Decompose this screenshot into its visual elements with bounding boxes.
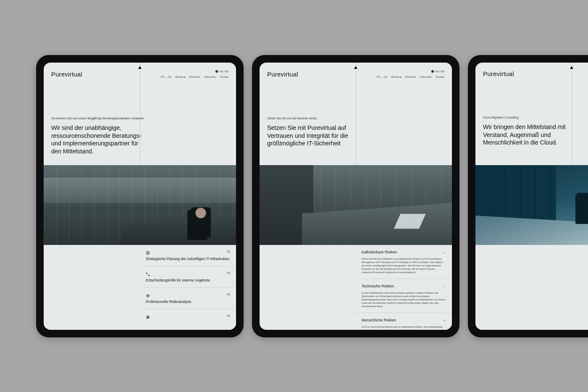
hero-image-office bbox=[44, 165, 236, 245]
accordion-body: Auch im menschlichen Bereich gibt es kal… bbox=[362, 326, 446, 330]
globe-icon bbox=[431, 70, 434, 73]
accordion-body: Purevirtual hilft dem Mittelstand, gut k… bbox=[362, 258, 446, 274]
nav-item-beratung[interactable]: Beratung bbox=[176, 76, 186, 78]
feature-number: 01 bbox=[227, 250, 230, 253]
expand-icon bbox=[146, 271, 150, 275]
content-area-empty bbox=[475, 245, 588, 330]
accordion-title: Kalkulierbare Risiken bbox=[362, 250, 397, 254]
hero-headline: Setzen Sie mit Purevirtual auf Vertrauen… bbox=[267, 124, 360, 147]
feature-label: Professionelle Risikoanalyse. bbox=[146, 300, 230, 304]
nav-item-kontakt[interactable]: Kontakt bbox=[220, 76, 228, 78]
hero-block: Cloud Migration Consulting Wir bringen d… bbox=[475, 116, 588, 147]
accordion-item-technisch[interactable]: Technische Risiken ⌄ Zu den kalkulierbar… bbox=[356, 279, 452, 313]
nav-item-branchen[interactable]: Branchen bbox=[405, 76, 416, 78]
hero-headline: Wir sind der unabhängige, ressourcenscho… bbox=[51, 124, 144, 155]
feature-number: 03 bbox=[227, 293, 230, 296]
hero-image-desk bbox=[260, 165, 452, 245]
brand-logo[interactable]: Purevirtual bbox=[267, 71, 298, 78]
tablet-screen-2: Purevirtual DE / EN PV — AG Beratung Bra… bbox=[260, 63, 452, 330]
language-switch[interactable]: DE / EN bbox=[215, 70, 228, 73]
feature-list: 01 Strategische Planung der zukünftigen … bbox=[140, 245, 236, 330]
chevron-down-icon: ⌄ bbox=[443, 318, 446, 322]
feature-row[interactable]: 04 bbox=[140, 309, 236, 326]
stack-icon bbox=[146, 313, 150, 318]
feature-number: 02 bbox=[227, 271, 230, 274]
feature-row[interactable]: 03 Professionelle Risikoanalyse. bbox=[140, 287, 236, 309]
chevron-down-icon: ⌄ bbox=[443, 284, 446, 288]
tablet-screen-3: Purevirtual Cloud Migration Consulting W… bbox=[475, 63, 588, 330]
accordion-item-kalkulierbar[interactable]: Kalkulierbare Risiken ⌄ Purevirtual hilf… bbox=[356, 245, 452, 279]
feature-row[interactable]: 01 Strategische Planung der zukünftigen … bbox=[140, 245, 236, 266]
nav-item-fallstudien[interactable]: Fallstudien bbox=[420, 76, 432, 78]
server-cart-illustration bbox=[575, 195, 588, 224]
hero-image-datacenter bbox=[475, 165, 588, 245]
language-label: DE / EN bbox=[219, 70, 228, 73]
nav-item-kontakt[interactable]: Kontakt bbox=[436, 76, 444, 78]
accordion-item-menschlich[interactable]: Menschliche Risiken ⌄ Auch im menschlich… bbox=[356, 313, 452, 330]
hero-eyebrow: Cloud Migration Consulting bbox=[483, 116, 588, 119]
tablet-frame-3: Purevirtual Cloud Migration Consulting W… bbox=[468, 55, 588, 337]
eye-icon bbox=[146, 292, 150, 296]
nav-item-fallstudien[interactable]: Fallstudien bbox=[204, 76, 216, 78]
compass-icon bbox=[146, 249, 150, 253]
risk-accordion: Kalkulierbare Risiken ⌄ Purevirtual hilf… bbox=[356, 245, 452, 330]
person-illustration bbox=[191, 207, 211, 237]
svg-point-1 bbox=[147, 295, 148, 296]
feature-row[interactable]: 02 Entscheidungshilfe für externe Angebo… bbox=[140, 266, 236, 287]
accordion-title: Menschliche Risiken bbox=[362, 318, 396, 322]
mockup-stage: Purevirtual DE / EN PV — AG Beratung Bra… bbox=[0, 0, 588, 392]
feature-label: Entscheidungshilfe für externe Angebote. bbox=[146, 278, 230, 282]
nav-item-branchen[interactable]: Branchen bbox=[189, 76, 200, 78]
globe-icon bbox=[215, 70, 218, 73]
language-label: DE / EN bbox=[435, 70, 444, 73]
feature-number: 04 bbox=[227, 314, 230, 317]
tablet-screen-1: Purevirtual DE / EN PV — AG Beratung Bra… bbox=[44, 63, 236, 330]
primary-nav: PV — AG Beratung Branchen Fallstudien Ko… bbox=[161, 76, 228, 78]
brand-logo[interactable]: Purevirtual bbox=[483, 70, 514, 77]
tablet-frame-1: Purevirtual DE / EN PV — AG Beratung Bra… bbox=[36, 55, 244, 337]
feature-label: Strategische Planung der zukünftigen IT-… bbox=[146, 257, 230, 261]
accordion-title: Technische Risiken bbox=[362, 284, 394, 288]
nav-item-pvag[interactable]: PV — AG bbox=[377, 76, 388, 78]
primary-nav: PV — AG Beratung Branchen Fallstudien Ko… bbox=[377, 76, 444, 78]
tablet-frame-2: Purevirtual DE / EN PV — AG Beratung Bra… bbox=[252, 55, 459, 337]
chevron-down-icon: ⌄ bbox=[443, 250, 446, 254]
brand-logo[interactable]: Purevirtual bbox=[51, 71, 82, 78]
language-switch[interactable]: DE / EN bbox=[431, 70, 444, 73]
accordion-body: Zu den kalkulierbaren technischen Risike… bbox=[362, 292, 446, 308]
nav-item-beratung[interactable]: Beratung bbox=[391, 76, 402, 78]
nav-item-pvag[interactable]: PV — AG bbox=[161, 76, 172, 78]
site-header: Purevirtual bbox=[475, 63, 588, 77]
hero-headline: Wir bringen den Mittelstand mit Verstand… bbox=[483, 123, 575, 147]
